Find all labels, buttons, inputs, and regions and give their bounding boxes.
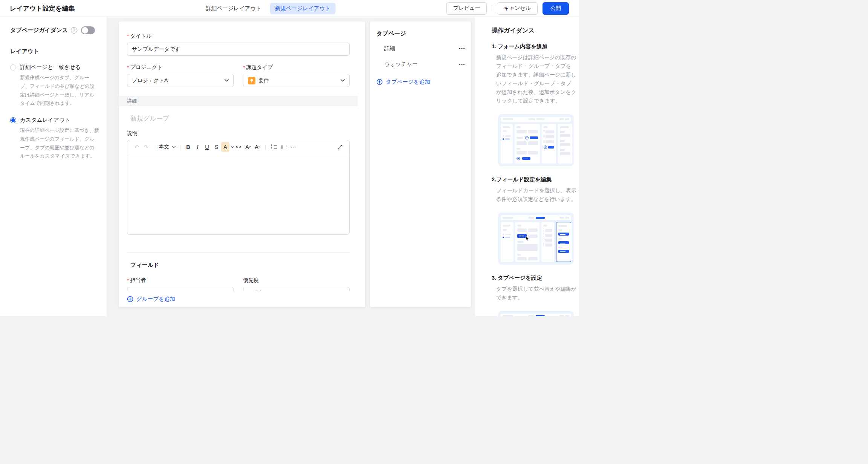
drag-handle-icon[interactable] — [376, 46, 379, 51]
layout-mode-tabs: 詳細ページレイアウト 新規ページレイアウト — [201, 3, 336, 14]
required-marker: * — [127, 277, 129, 283]
fields-group-label: フィールド — [130, 262, 159, 269]
project-select-value: プロジェクトA — [132, 77, 222, 84]
option-label: 詳細ページと一致させる — [20, 64, 99, 71]
preview-button[interactable]: プレビュー — [446, 2, 487, 15]
title-input[interactable] — [127, 43, 350, 56]
project-field-label: * プロジェクト — [127, 64, 234, 71]
option-label: カスタムレイアウト — [20, 116, 99, 124]
toolbar-divider — [265, 144, 266, 150]
project-select[interactable]: プロジェクトA — [127, 74, 234, 87]
chevron-down-icon — [172, 146, 176, 148]
settings-sidebar: タブページガイダンス ? レイアウト 詳細ページと一致させる 新規作成ページのタ… — [0, 17, 107, 316]
guidance-step-3-title: 3. タブページを設定 — [492, 274, 576, 282]
required-marker: * — [243, 64, 245, 70]
content-area: * タイトル * プロジェクト プロジェクトA — [107, 17, 579, 316]
radio-selected-icon[interactable] — [10, 117, 16, 123]
group-name-placeholder[interactable]: 新規グループ — [130, 114, 169, 123]
strikethrough-icon[interactable]: S — [212, 142, 221, 152]
editor-content-area[interactable] — [127, 154, 349, 234]
form-preview-panel: * タイトル * プロジェクト プロジェクトA — [119, 21, 365, 307]
font-color-icon[interactable]: A — [221, 142, 229, 152]
add-tab-page-button[interactable]: タブページを追加 — [376, 78, 464, 86]
form-panel-footer: グループを追加 — [119, 291, 365, 307]
arrow-cursor-icon — [526, 236, 530, 241]
toolbar-divider — [154, 144, 154, 150]
tab-page-item-detail[interactable]: 詳細 — [376, 43, 464, 54]
lightbulb-icon — [248, 77, 255, 84]
top-bar: レイアウト設定を編集 詳細ページレイアウト 新規ページレイアウト プレビュー キ… — [0, 0, 579, 17]
bullet-list-icon[interactable] — [279, 145, 289, 149]
form-scroll-area: * タイトル * プロジェクト プロジェクトA — [119, 21, 365, 307]
layout-settings-editor: レイアウト設定を編集 詳細ページレイアウト 新規ページレイアウト プレビュー キ… — [0, 0, 579, 316]
tab-page-label: 詳細 — [384, 45, 395, 52]
code-icon[interactable]: <> — [234, 142, 243, 152]
issue-type-select-value: 要件 — [258, 77, 338, 84]
chevron-down-icon[interactable] — [231, 146, 234, 148]
detail-tab-strip[interactable]: 詳細 — [119, 96, 358, 106]
undo-icon[interactable]: ↶ — [132, 142, 141, 152]
top-bar-actions: プレビュー キャンセル 公開 — [446, 2, 569, 15]
bold-icon[interactable]: B — [183, 142, 193, 152]
group-header[interactable]: 新規グループ — [124, 114, 365, 123]
redo-icon[interactable]: ↷ — [141, 142, 151, 152]
radio-unselected-icon[interactable] — [10, 64, 16, 70]
add-group-button[interactable]: グループを追加 — [127, 296, 175, 303]
guidance-step-2-title: 2.フィールド設定を編集 — [492, 176, 576, 183]
guide-illustration-edit-field-settings — [498, 213, 574, 265]
tab-pages-heading: タブページ — [376, 30, 464, 38]
paragraph-style-select[interactable]: 本文 — [157, 144, 177, 150]
tab-detail-page-layout[interactable]: 詳細ページレイアウト — [201, 3, 266, 14]
tab-page-guidance-toggle[interactable] — [81, 26, 95, 34]
assignee-field-label: * 担当者 — [127, 277, 234, 284]
issue-type-field-label: * 課題タイプ — [243, 64, 350, 71]
rich-text-editor[interactable]: ↶ ↷ 本文 B I U — [127, 140, 350, 235]
button-divider — [492, 5, 492, 11]
more-icon[interactable] — [459, 48, 460, 49]
drag-handle-icon[interactable] — [124, 116, 127, 121]
tab-page-label: ウォッチャー — [384, 61, 418, 68]
cancel-button[interactable]: キャンセル — [497, 2, 538, 15]
drag-handle-icon[interactable] — [124, 263, 127, 268]
chevron-down-icon — [341, 79, 345, 82]
superscript-icon[interactable]: A2 — [243, 142, 253, 152]
guidance-step-1-title: 1. フォーム内容を追加 — [492, 43, 576, 50]
plus-circle-icon — [376, 79, 383, 85]
editor-toolbar: ↶ ↷ 本文 B I U — [127, 140, 349, 154]
option-description: 現在の詳細ページ設定に基づき、新規作成ページのフィールド、グループ、タブの範囲や… — [20, 126, 99, 161]
drag-handle-icon[interactable] — [376, 62, 379, 66]
layout-option-custom[interactable]: カスタムレイアウト 現在の詳細ページ設定に基づき、新規作成ページのフィールド、グ… — [10, 116, 99, 161]
description-field-label: 説明 — [127, 130, 350, 137]
underline-icon[interactable]: U — [202, 142, 212, 152]
chevron-down-icon — [225, 79, 229, 82]
italic-icon[interactable]: I — [193, 142, 202, 152]
guide-illustration-set-tab-pages — [498, 311, 574, 316]
more-icon[interactable] — [459, 64, 460, 65]
required-marker: * — [127, 33, 129, 39]
plus-circle-icon — [127, 296, 133, 302]
guidance-step-3-body: タブを選択して並べ替えや編集ができます。 — [496, 285, 576, 302]
tab-page-item-watcher[interactable]: ウォッチャー — [376, 59, 464, 69]
guidance-step-1-body: 新規ページは詳細ページの既存のフィールド・グループ・タブを追加できます。詳細ペー… — [496, 53, 576, 105]
ordered-list-icon[interactable]: 1 2 — [269, 144, 279, 150]
guidance-heading: 操作ガイダンス — [492, 27, 576, 35]
expand-icon[interactable] — [335, 142, 345, 152]
detail-tab-label: 詳細 — [127, 98, 137, 104]
operation-guidance-panel: 操作ガイダンス 1. フォーム内容を追加 新規ページは詳細ページの既存のフィール… — [475, 17, 579, 316]
layout-option-match-detail[interactable]: 詳細ページと一致させる 新規作成ページのタブ、グループ、フィールドの並び順などの… — [10, 64, 99, 108]
tab-page-guidance-label: タブページガイダンス — [10, 27, 68, 34]
more-icon[interactable]: ⋯ — [289, 142, 298, 152]
layout-section-heading: レイアウト — [10, 48, 99, 55]
priority-field-label: 優先度 — [243, 277, 350, 284]
publish-button[interactable]: 公開 — [542, 2, 569, 15]
issue-type-select[interactable]: 要件 — [243, 74, 350, 87]
required-marker: * — [127, 64, 129, 70]
title-field-label: * タイトル — [127, 33, 350, 40]
tab-pages-panel: タブページ 詳細 ウォッチャー タブページを追加 — [370, 21, 471, 307]
toolbar-divider — [180, 144, 180, 150]
guidance-step-2-body: フィールドカードを選択し、表示条件や必須設定などを行います。 — [496, 186, 576, 204]
fields-group-header[interactable]: フィールド — [124, 262, 365, 269]
help-icon[interactable]: ? — [71, 27, 77, 34]
subscript-icon[interactable]: A2 — [253, 142, 262, 152]
tab-new-page-layout[interactable]: 新規ページレイアウト — [270, 3, 335, 14]
